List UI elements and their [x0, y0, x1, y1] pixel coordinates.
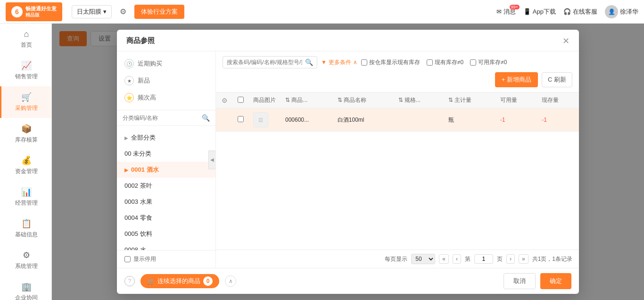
category-0004[interactable]: 0004 零食	[117, 210, 215, 226]
row-checkbox-cell	[233, 108, 248, 132]
navbar: 6 畅捷通好生意 精品版 日太阳膜 ▾ ⚙ 体验行业方案 ✉ 消息 99+ 📱 …	[0, 0, 644, 24]
page-suffix-label: 页	[497, 255, 503, 263]
app-label: App下载	[533, 8, 556, 16]
sidebar-item-purchase[interactable]: 🛒 采购管理	[0, 86, 51, 118]
per-page-select[interactable]: 50 100 200	[411, 254, 435, 264]
table-col-spec[interactable]: ⇅ 规格...	[394, 92, 444, 108]
navbar-center: 日太阳膜 ▾ ⚙ 体验行业方案	[62, 4, 496, 19]
category-0003-label: 0003 水果	[124, 198, 152, 206]
cancel-button[interactable]: 取消	[504, 273, 536, 289]
table-col-unit[interactable]: ⇅ 主计量	[444, 92, 495, 108]
modal-title: 商品参照	[126, 36, 155, 45]
new-products-label: 新品	[138, 76, 150, 85]
table-col-name[interactable]: ⇅ 商品名称	[333, 92, 394, 108]
row-code-cell: 000600...	[281, 108, 333, 132]
add-product-button[interactable]: + 新增商品	[495, 72, 538, 87]
show-disabled-checkbox[interactable]	[124, 256, 131, 262]
row-checkbox[interactable]	[238, 116, 244, 122]
prev-page-button[interactable]: ‹	[453, 254, 461, 264]
table-col-available[interactable]: 可用量	[495, 92, 537, 108]
more-filters-button[interactable]: ▼ 更多条件 ∧	[321, 58, 357, 67]
customer-service-button[interactable]: 🎧 在线客服	[563, 8, 597, 16]
sidebar-item-management[interactable]: 📊 经营管理	[0, 181, 51, 213]
service-label: 在线客服	[573, 8, 597, 16]
footer-action-buttons: 取消 确定	[504, 273, 571, 289]
message-button[interactable]: ✉ 消息 99+	[496, 8, 516, 16]
category-all[interactable]: ▶ 全部分类	[117, 130, 215, 146]
confirm-button[interactable]: 确定	[540, 273, 571, 289]
filter-label: 更多条件	[329, 58, 351, 67]
product-search-input[interactable]	[227, 59, 302, 66]
table-col-stock[interactable]: 现存量	[537, 92, 579, 108]
user-name: 徐泽华	[620, 8, 638, 16]
next-page-button[interactable]: ›	[506, 254, 515, 264]
category-0002[interactable]: 0002 茶叶	[117, 178, 215, 194]
page-number-input[interactable]	[474, 254, 493, 264]
recent-purchases-tab[interactable]: 🕐 近期购买	[117, 55, 215, 72]
frequent-label: 频次高	[138, 93, 156, 102]
table-col-code[interactable]: ⇅ 商品...	[281, 92, 333, 108]
available-ne0-label[interactable]: 可用库存≠0	[470, 58, 507, 67]
settings-icon[interactable]: ⚙	[116, 4, 131, 19]
category-0005[interactable]: 0005 饮料	[117, 226, 215, 242]
refresh-button[interactable]: C 刷新	[542, 72, 572, 87]
category-0008[interactable]: 0008 水	[117, 242, 215, 250]
new-products-tab[interactable]: ★ 新品	[117, 72, 215, 89]
category-search: 🔍	[117, 110, 215, 126]
cart-button[interactable]: 🛒 连续选择的商品 0	[140, 274, 219, 288]
category-0003[interactable]: 0003 水果	[117, 194, 215, 210]
avatar: 👤	[605, 5, 618, 18]
category-0001[interactable]: ▶ 0001 酒水	[117, 162, 215, 178]
image-icon: 🖼	[258, 117, 263, 123]
sidebar-item-basic[interactable]: 📋 基础信息	[0, 213, 51, 244]
frequent-tab[interactable]: ⭐ 频次高	[117, 89, 215, 106]
select-all-checkbox[interactable]	[238, 97, 244, 103]
show-disabled-label[interactable]: 显示停用	[133, 255, 156, 263]
gear-icon[interactable]: ⚙	[222, 97, 228, 104]
product-search-icon[interactable]: 🔍	[305, 58, 313, 66]
toolbar-checkboxes: 按仓库显示现有库存 现有库存≠0 可用库存≠0	[361, 58, 507, 67]
sidebar-item-inventory[interactable]: 📦 库存核算	[0, 118, 51, 150]
per-page-label: 每页显示	[385, 255, 407, 263]
col-available-label: 可用量	[500, 97, 517, 103]
table-row[interactable]: 🖼 000600... 白酒100ml 瓶 -1 -1	[216, 108, 579, 132]
category-00[interactable]: 00 未分类	[117, 146, 215, 162]
row-img-cell: 🖼	[248, 108, 281, 132]
stock-ne0-checkbox[interactable]	[427, 59, 433, 66]
sort-unit-icon: ⇅	[448, 97, 453, 103]
col-unit-label: 主计量	[454, 97, 471, 103]
row-available-cell: -1	[495, 108, 537, 132]
app-download-button[interactable]: 📱 App下载	[523, 8, 556, 16]
sidebar-item-system[interactable]: ⚙ 系统管理	[0, 244, 51, 276]
sidebar-item-sales[interactable]: 📈 销售管理	[0, 55, 51, 86]
modal-toolbar: 🔍 ▼ 更多条件 ∧ 按仓库显示现有库存	[216, 51, 579, 92]
footer-collapse-button[interactable]: ∧	[225, 275, 236, 287]
table-col-gear: ⚙	[216, 92, 233, 108]
panel-collapse-button[interactable]: ◀	[208, 150, 216, 169]
last-page-button[interactable]: »	[519, 254, 528, 264]
available-ne0-checkbox[interactable]	[470, 59, 476, 66]
clock-icon: 🕐	[124, 59, 134, 68]
table-header-row: ⚙ 商品图片 ⇅ 商品...	[216, 92, 579, 108]
sidebar-item-finance[interactable]: 💰 资金管理	[0, 150, 51, 181]
warehouse-stock-label[interactable]: 按仓库显示现有库存	[361, 58, 420, 67]
page-total-info: 共1页，1条记录	[532, 255, 572, 263]
warehouse-stock-text: 按仓库显示现有库存	[369, 58, 420, 67]
help-icon[interactable]: ?	[124, 276, 135, 286]
modal-header: 商品参照 ✕	[117, 30, 579, 51]
first-page-button[interactable]: «	[439, 254, 449, 264]
stock-ne0-label[interactable]: 现有库存≠0	[427, 58, 463, 67]
sales-icon: 📈	[21, 60, 32, 71]
user-menu-button[interactable]: 👤 徐泽华	[605, 5, 638, 18]
category-search-icon[interactable]: 🔍	[202, 114, 210, 122]
sidebar-item-enterprise[interactable]: 🏢 企业协同	[0, 276, 51, 300]
warehouse-stock-checkbox[interactable]	[361, 59, 367, 66]
cart-count: 0	[203, 276, 213, 286]
category-search-input[interactable]	[123, 115, 199, 121]
sidebar-item-home[interactable]: ⌂ 首页	[0, 24, 51, 55]
logo-main: 畅捷通好生意	[25, 5, 57, 12]
company-selector[interactable]: 日太阳膜 ▾	[72, 5, 112, 18]
modal-close-button[interactable]: ✕	[562, 37, 570, 45]
try-industry-button[interactable]: 体验行业方案	[134, 5, 184, 19]
phone-icon: 📱	[523, 8, 531, 15]
